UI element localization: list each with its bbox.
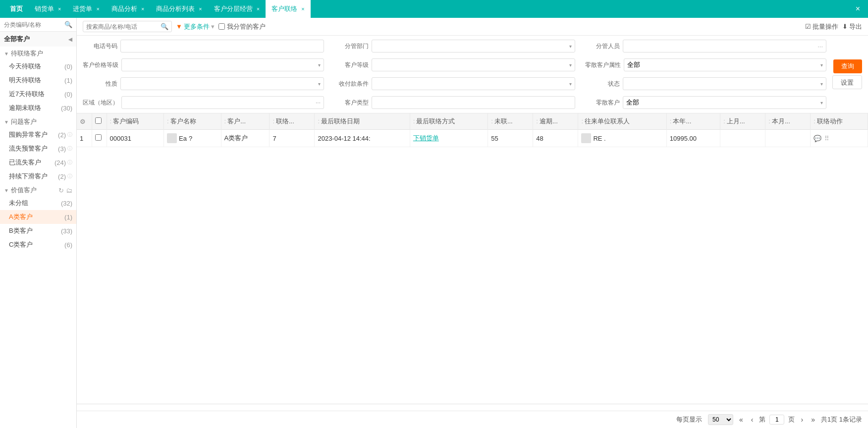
region-dots[interactable]: ··· <box>316 99 321 106</box>
sidebar-item-c-class[interactable]: C类客户 (6) <box>0 238 76 252</box>
nav-goods-analysis-close[interactable]: × <box>141 6 144 12</box>
gear-icon[interactable]: ⚙ <box>80 118 86 125</box>
next-page-btn[interactable]: › <box>799 416 805 424</box>
nav-purchase[interactable]: 进货单 × <box>67 0 105 18</box>
filter-cell-customer-level: 客户等级 ▾ <box>334 58 575 71</box>
sidebar-item-week[interactable]: 近7天待联络 (0) <box>0 87 76 101</box>
nav-customer-segment-close[interactable]: × <box>257 6 260 12</box>
value-refresh-icon[interactable]: ↻ <box>58 187 64 194</box>
window-close-button[interactable]: × <box>852 4 864 13</box>
more-filters-arrow: ▾ <box>211 23 215 30</box>
row-last-method: 下销货单 <box>410 130 488 147</box>
filter-cell-phone: 电话号码 <box>83 40 324 53</box>
sidebar-item-today[interactable]: 今天待联络 (0) <box>0 59 76 73</box>
sidebar-item-churned[interactable]: 已流失客户 (24) ⓘ <box>0 156 76 169</box>
nav-customer-contact[interactable]: 客户联络 × <box>266 0 310 18</box>
group-pending-contact[interactable]: ▼ 待联络客户 <box>0 47 76 59</box>
last-method-link[interactable]: 下销货单 <box>413 134 439 142</box>
sidebar-item-tomorrow-label: 明天待联络 <box>9 76 41 85</box>
col-overdue: :逾期... <box>533 113 578 130</box>
comment-action-icon[interactable]: 💬 <box>814 135 821 142</box>
sidebar-item-hoard[interactable]: 囤购异常客户 (2) ⓘ <box>0 128 76 142</box>
sidebar-item-declining-label: 持续下滑客户 <box>9 172 48 181</box>
sidebar-item-ungrouped-label: 未分组 <box>9 199 28 208</box>
churn-warn-info-icon: ⓘ <box>67 145 72 152</box>
col-last-method-label: 最后联络方式 <box>416 117 455 125</box>
nav-sales[interactable]: 销货单 × <box>29 0 67 18</box>
customer-type-select[interactable] <box>372 96 575 109</box>
person-select[interactable]: ··· <box>623 40 826 53</box>
settings-button[interactable]: 设置 <box>832 75 862 89</box>
col-contact-label: 联络... <box>276 117 294 125</box>
more-filters-label: 更多条件 <box>184 22 210 31</box>
nav-goods-analysis[interactable]: 商品分析 × <box>106 0 150 18</box>
qr-action-icon[interactable]: ⠿ <box>824 135 829 142</box>
last-page-btn[interactable]: » <box>809 416 817 424</box>
sidebar-item-declining-count: (2) <box>58 173 66 180</box>
first-page-btn[interactable]: « <box>737 416 745 424</box>
row-action: 💬 ⠿ <box>811 130 868 147</box>
region-select[interactable]: ··· <box>121 96 324 109</box>
more-filters-button[interactable]: ▼ 更多条件 ▾ <box>176 22 215 31</box>
sidebar-item-tomorrow[interactable]: 明天待联络 (1) <box>0 73 76 87</box>
nav-sales-close[interactable]: × <box>58 6 61 12</box>
my-customers-checkbox[interactable] <box>218 23 225 30</box>
status-select[interactable]: ▾ <box>623 77 826 90</box>
all-customers-header[interactable]: 全部客户 ◀ <box>0 32 76 47</box>
sidebar-item-churn-warn-count: (3) <box>58 145 66 153</box>
person-dots[interactable]: ··· <box>817 43 823 50</box>
nav-home[interactable]: 首页 <box>4 0 29 18</box>
horizontal-scrollbar[interactable] <box>77 404 868 411</box>
nav-customer-contact-close[interactable]: × <box>301 6 304 12</box>
sidebar-item-b-class[interactable]: B类客户 (33) <box>0 224 76 238</box>
page-end-label: 页 <box>788 415 795 424</box>
query-button[interactable]: 查询 <box>833 59 862 73</box>
nav-goods-analysis-list-label: 商品分析列表 <box>156 4 195 13</box>
group-value-customers[interactable]: ▼ 价值客户 ↻ 🗂 <box>0 183 76 196</box>
price-level-select[interactable]: ▾ <box>121 58 324 71</box>
export-button[interactable]: ⬇ 导出 <box>842 22 862 31</box>
sidebar-search-icon: 🔍 <box>64 21 72 28</box>
main-search-input[interactable] <box>86 23 161 30</box>
sidebar-item-declining[interactable]: 持续下滑客户 (2) ⓘ <box>0 169 76 183</box>
sidebar-search-container: 🔍 <box>0 18 76 32</box>
value-add-icon[interactable]: 🗂 <box>66 187 72 194</box>
sidebar-item-ungrouped[interactable]: 未分组 (32) <box>0 196 76 210</box>
sidebar-item-churned-count: (24) <box>54 159 66 166</box>
my-customers-label: 我分管的客户 <box>227 22 266 31</box>
sidebar-search-input[interactable] <box>4 21 64 28</box>
row-name-extra: ? <box>189 135 192 142</box>
sidebar-item-today-label: 今天待联络 <box>9 62 41 71</box>
sidebar-item-a-class[interactable]: A类客户 (1) <box>0 210 76 224</box>
page-size-select[interactable]: 50 100 200 <box>708 414 733 425</box>
main-search-icon[interactable]: 🔍 <box>161 23 168 30</box>
group-problem-customers[interactable]: ▼ 问题客户 <box>0 115 76 128</box>
sidebar-item-overdue[interactable]: 逾期未联络 (30) <box>0 101 76 115</box>
prev-page-btn[interactable]: ‹ <box>749 416 756 424</box>
phone-input[interactable] <box>120 40 324 53</box>
sidebar-item-churn-warn[interactable]: 流失预警客户 (3) ⓘ <box>0 142 76 156</box>
sidebar: 🔍 全部客户 ◀ ▼ 待联络客户 今天待联络 (0) 明天待联络 (1) 近7天… <box>0 18 77 428</box>
group-value-label: 价值客户 <box>11 186 37 195</box>
retail-select[interactable]: 全部 ▾ <box>623 96 826 109</box>
payment-select[interactable]: ▾ <box>372 77 575 90</box>
page-input[interactable] <box>769 415 784 425</box>
row-select-checkbox[interactable] <box>95 134 102 141</box>
col-year-amt-label: 本年... <box>673 117 691 125</box>
row-code: 000031 <box>107 130 164 147</box>
dept-select[interactable]: ▾ <box>372 40 575 53</box>
nav-goods-analysis-list[interactable]: 商品分析列表 × <box>150 0 208 18</box>
filter-cell-region: 区域（地区） ··· <box>83 96 324 109</box>
nature-select[interactable]: ▾ <box>120 77 324 90</box>
customer-level-select[interactable]: ▾ <box>372 58 575 71</box>
col-no-contact: :未联... <box>488 113 533 130</box>
sidebar-item-overdue-label: 逾期未联络 <box>9 104 41 112</box>
collapse-icon: ◀ <box>68 37 72 42</box>
nav-purchase-close[interactable]: × <box>96 6 99 12</box>
batch-op-button[interactable]: ☑ 批量操作 <box>805 22 838 31</box>
nav-customer-segment[interactable]: 客户分层经营 × <box>208 0 266 18</box>
select-all-checkbox[interactable] <box>95 117 102 124</box>
retail-attr-select[interactable]: 全部 ▾ <box>624 58 826 71</box>
nav-goods-analysis-list-close[interactable]: × <box>199 6 202 12</box>
sidebar-item-overdue-count: (30) <box>61 105 72 112</box>
